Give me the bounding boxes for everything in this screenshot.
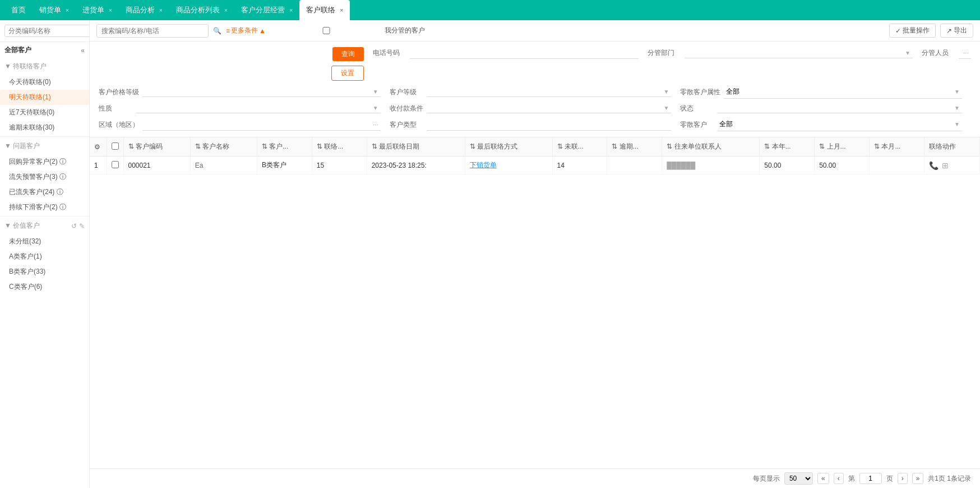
- nav-customer-layering[interactable]: 客户分层经营 ×: [234, 0, 299, 20]
- export-button[interactable]: ↗ 导出: [940, 24, 973, 38]
- page-number-input[interactable]: [859, 473, 882, 484]
- close-cc-icon[interactable]: ×: [340, 7, 343, 13]
- row-checkbox[interactable]: [112, 161, 119, 168]
- close-cl-icon[interactable]: ×: [289, 7, 293, 13]
- search-input[interactable]: [96, 24, 209, 38]
- close-pal-icon[interactable]: ×: [224, 7, 228, 13]
- customer-type-label: 客户类型: [390, 120, 423, 130]
- sort-icon-tm[interactable]: ⇅: [874, 142, 880, 150]
- th-this-year: ⇅ 本年...: [760, 137, 815, 156]
- manager-select[interactable]: ···: [959, 47, 971, 59]
- sort-icon-date[interactable]: ⇅: [372, 142, 377, 150]
- sidebar-item-class-b[interactable]: B类客户(33): [0, 264, 89, 279]
- nav-home[interactable]: 首页: [4, 0, 33, 20]
- query-button[interactable]: 查询: [332, 47, 364, 61]
- refresh-icon[interactable]: ↺: [71, 222, 77, 230]
- retail-attr-label: 零散客户属性: [680, 88, 720, 97]
- sidebar-item-declining[interactable]: 持续下滑客户(2) ⓘ: [0, 200, 89, 215]
- sidebar-item-churn-warning[interactable]: 流失预警客户(3) ⓘ: [0, 169, 89, 185]
- retail-attr-value: 全部: [726, 87, 739, 96]
- select-all-checkbox[interactable]: [112, 142, 119, 150]
- sidebar-item-ungrouped[interactable]: 未分组(32): [0, 234, 89, 249]
- filter-retail-customer: 零散客户 全部 ▼: [680, 118, 962, 131]
- last-way-link[interactable]: 下销货单: [470, 161, 497, 169]
- phone-input[interactable]: [410, 47, 638, 59]
- first-page-btn[interactable]: «: [817, 473, 829, 484]
- th-last-way: ⇅ 最后联络方式: [465, 137, 552, 156]
- my-customers-checkbox-label[interactable]: 我分管的客户: [270, 26, 425, 35]
- sidebar-all-customers[interactable]: 全部客户 «: [0, 42, 89, 58]
- sidebar-item-overdue[interactable]: 逾期未联络(30): [0, 120, 89, 135]
- batch-ops-button[interactable]: ✓ 批量操作: [889, 24, 936, 38]
- sort-icon-ty[interactable]: ⇅: [764, 142, 770, 150]
- sidebar-item-class-c[interactable]: C类客户(6): [0, 279, 89, 294]
- my-customers-checkbox[interactable]: [270, 27, 382, 34]
- sidebar-item-today[interactable]: 今天待联络(0): [0, 75, 89, 90]
- th-not-contacted: ⇅ 未联...: [552, 137, 607, 156]
- filter-region: 区域（地区） ···: [99, 119, 381, 131]
- sort-icon-way[interactable]: ⇅: [470, 142, 475, 150]
- nav-product-analysis-list[interactable]: 商品分析列表 ×: [169, 0, 234, 20]
- status-select[interactable]: ▼: [717, 103, 962, 113]
- sort-icon-nc[interactable]: ⇅: [557, 142, 563, 150]
- per-page-select[interactable]: 50 100 200: [784, 472, 813, 485]
- nav-sales[interactable]: 销货单 ×: [33, 0, 76, 20]
- row-not-contacted: 14: [552, 156, 607, 174]
- nav-purchase[interactable]: 进货单 ×: [76, 0, 119, 20]
- sort-icon-od[interactable]: ⇅: [612, 142, 617, 150]
- phone-action-icon[interactable]: 📞: [929, 161, 939, 170]
- nature-select[interactable]: ▼: [136, 103, 381, 113]
- last-page-btn[interactable]: »: [912, 473, 924, 484]
- batch-check-icon: ✓: [895, 27, 901, 35]
- sort-icon-uc[interactable]: ⇅: [667, 142, 672, 150]
- row-action: 📞 ⊞: [924, 156, 979, 174]
- nav-product-analysis[interactable]: 商品分析 ×: [119, 0, 169, 20]
- close-sales-icon[interactable]: ×: [66, 7, 69, 13]
- row-code: 000021: [123, 156, 190, 174]
- close-pa-icon[interactable]: ×: [159, 7, 163, 13]
- price-level-select[interactable]: ▼: [142, 87, 381, 97]
- th-settings[interactable]: ⚙: [90, 137, 107, 156]
- export-icon: ↗: [946, 27, 952, 35]
- sort-icon-contact[interactable]: ⇅: [317, 142, 322, 150]
- sidebar-collapse-icon[interactable]: «: [81, 47, 85, 54]
- th-check[interactable]: [107, 137, 123, 156]
- nav-customer-contact[interactable]: 客户联络 ×: [299, 0, 350, 20]
- sort-icon-type[interactable]: ⇅: [262, 142, 267, 150]
- more-conditions-btn[interactable]: ≡ 更多条件 ▲: [226, 26, 266, 35]
- retail-attr-select[interactable]: 全部 ▼: [724, 85, 962, 99]
- sidebar-item-7days[interactable]: 近7天待联络(0): [0, 105, 89, 120]
- sidebar-item-class-a[interactable]: A类客户(1): [0, 249, 89, 264]
- sidebar-item-churned[interactable]: 已流失客户(24) ⓘ: [0, 185, 89, 200]
- sidebar-item-tomorrow[interactable]: 明天待联络(1): [0, 90, 89, 105]
- sort-icon[interactable]: ⇅: [128, 142, 134, 150]
- sort-icon-lm[interactable]: ⇅: [819, 142, 825, 150]
- sidebar-group-value-icons: ↺ ✎: [71, 222, 85, 230]
- sidebar-search-input[interactable]: [4, 25, 90, 37]
- dept-select[interactable]: ▼: [685, 48, 913, 58]
- payment-select[interactable]: ▼: [427, 103, 672, 113]
- close-purchase-icon[interactable]: ×: [109, 7, 112, 13]
- row-check[interactable]: [107, 156, 123, 174]
- region-select[interactable]: ···: [142, 119, 381, 131]
- th-last-month: ⇅ 上月...: [815, 137, 870, 156]
- filter-bar: 🔍 ≡ 更多条件 ▲ 我分管的客户 ✓ 批量操作 ↗ 导出: [90, 20, 980, 42]
- filter-search-icon[interactable]: 🔍: [213, 27, 221, 35]
- status-arrow-icon: ▼: [954, 105, 960, 111]
- table-area: ⚙ ⇅ 客户编码 ⇅ 客户名称 ⇅ 客户... ⇅ 联络... ⇅ 最后联络日期…: [90, 137, 980, 468]
- retail-customer-select[interactable]: 全部 ▼: [717, 118, 962, 131]
- sidebar-item-repurchase-abnormal[interactable]: 回购异常客户(2) ⓘ: [0, 154, 89, 169]
- dept-label: 分管部门: [648, 48, 681, 58]
- sort-icon-name[interactable]: ⇅: [195, 142, 201, 150]
- row-this-month: [870, 156, 924, 174]
- edit-icon[interactable]: ✎: [79, 222, 85, 230]
- grid-action-icon[interactable]: ⊞: [942, 161, 949, 170]
- customer-type-input[interactable]: [427, 119, 672, 131]
- prev-page-btn[interactable]: ‹: [834, 473, 844, 484]
- row-last-way[interactable]: 下销货单: [465, 156, 552, 174]
- next-page-btn[interactable]: ›: [898, 473, 908, 484]
- content-area: 🔍 ≡ 更多条件 ▲ 我分管的客户 ✓ 批量操作 ↗ 导出: [90, 20, 980, 488]
- set-button[interactable]: 设置: [331, 66, 364, 81]
- row-contact: 15: [312, 156, 367, 174]
- customer-level-select[interactable]: ▼: [427, 87, 672, 97]
